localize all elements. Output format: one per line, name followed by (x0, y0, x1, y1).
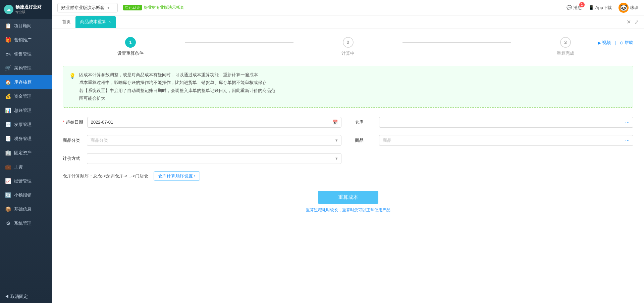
finance-icon: 💰 (5, 93, 11, 100)
sidebar-item-system[interactable]: ⚙ 系统管理 (0, 216, 52, 230)
sidebar-item-label: 基础信息 (14, 206, 32, 212)
warehouse-order-text: 仓库计算顺序：总仓->深圳仓库->...->门店仓 (63, 173, 148, 179)
form-row-3: 计价方式 ▾ (63, 153, 633, 164)
invoice-icon: 🧾 (5, 121, 11, 128)
goods-input[interactable]: 商品 ··· (379, 135, 634, 146)
start-date-group: 起始日期 2022-07-01 📅 (63, 117, 341, 128)
header-right: 💬 消息 1 📱 App下载 🐼 珠珠 (567, 3, 639, 13)
step-line-1 (185, 42, 293, 43)
info-line1: 因成本计算参数调整，或是对商品成本有疑问时，可以通过成本重算功能，重新计算一遍成… (79, 71, 275, 79)
sidebar-item-sales[interactable]: 🛍 销售管理 (0, 47, 52, 61)
expense-icon: 🔄 (5, 192, 11, 199)
sidebar-menu: 📋 项目顾问 🎁 营销推广 🛍 销售管理 🛒 采购管理 🏠 库存核算 💰 资金管… (0, 19, 52, 290)
sidebar-item-purchase[interactable]: 🛒 采购管理 (0, 61, 52, 75)
calendar-icon[interactable]: 📅 (332, 120, 338, 125)
verified-badge: 🛡 已认证 (123, 5, 142, 10)
sidebar-item-assets[interactable]: 🏢 固定资产 (0, 146, 52, 160)
sidebar-item-label: 总账管理 (14, 107, 32, 114)
help-icon: ⊙ (620, 40, 624, 45)
sidebar-item-expense[interactable]: 🔄 小畅报销 (0, 188, 52, 202)
step-helpers: ▶ 视频 | ⊙ 帮助 (598, 40, 633, 46)
recalc-section: 重算成本 重算过程耗时较长，重算时您可以正常使用产品 (63, 191, 633, 213)
sidebar-item-salary[interactable]: 💼 工资 (0, 160, 52, 174)
inventory-icon: 🏠 (5, 79, 11, 86)
video-label: 视频 (602, 40, 611, 46)
tax-icon: 📑 (5, 135, 11, 142)
app-edition: 专业版 (15, 10, 42, 14)
warehouse-order-settings-button[interactable]: 仓库计算顺序设置 › (154, 171, 200, 181)
user-menu[interactable]: 🐼 珠珠 (619, 3, 639, 13)
sidebar-item-operations[interactable]: 📈 经营管理 (0, 174, 52, 188)
warehouse-dots-icon[interactable]: ··· (625, 119, 630, 125)
main-area: 好业财专业版演示帐套 ▾ 🛡 已认证 好业财专业版演示帐套 💬 消息 1 📱 A… (52, 0, 644, 303)
sidebar-item-label: 工资 (14, 164, 23, 170)
header: 好业财专业版演示帐套 ▾ 🛡 已认证 好业财专业版演示帐套 💬 消息 1 📱 A… (52, 0, 644, 15)
assets-icon: 🏢 (5, 149, 11, 156)
video-helper[interactable]: ▶ 视频 (598, 40, 611, 46)
chevron-right-icon: › (194, 173, 196, 178)
sidebar-item-label: 经营管理 (14, 178, 32, 184)
sidebar-item-label: 库存核算 (14, 79, 32, 85)
tab-cost-recalc[interactable]: 商品成本重算 × (75, 16, 116, 28)
sidebar-item-tax[interactable]: 📑 税务管理 (0, 132, 52, 146)
messages-button[interactable]: 💬 消息 1 (567, 5, 582, 11)
tab-home[interactable]: 首页 (57, 16, 75, 28)
expand-icon[interactable]: ⤢ (634, 19, 639, 25)
sidebar-item-label: 采购管理 (14, 65, 32, 71)
project-icon: 📋 (5, 23, 11, 29)
tab-close-button[interactable]: × (108, 19, 111, 24)
sidebar-logo: ☁ 畅捷通好业财 专业版 (0, 0, 52, 19)
step-1: 1 设置重算条件 (76, 37, 185, 56)
goods-dots-icon[interactable]: ··· (625, 137, 630, 143)
category-label: 商品分类 (63, 137, 83, 143)
account-name: 好业财专业版演示帐套 (61, 5, 105, 11)
start-date-label: 起始日期 (63, 119, 83, 125)
sidebar: ☁ 畅捷通好业财 专业版 📋 项目顾问 🎁 营销推广 🛍 销售管理 🛒 采购管理… (0, 0, 52, 303)
pricing-select[interactable]: ▾ (87, 153, 341, 164)
sidebar-item-finance[interactable]: 💰 资金管理 (0, 89, 52, 103)
warehouse-input[interactable]: ··· (379, 117, 634, 128)
info-line4: 围可能会扩大 (79, 94, 275, 102)
info-icon: 💡 (69, 72, 76, 102)
step-2-circle: 2 (343, 37, 354, 48)
sidebar-item-marketing[interactable]: 🎁 营销推广 (0, 33, 52, 47)
recalc-note: 重算过程耗时较长，重算时您可以正常使用产品 (306, 207, 390, 213)
account-selector[interactable]: 好业财专业版演示帐套 ▾ (57, 3, 118, 12)
start-date-value: 2022-07-01 (91, 120, 113, 125)
goods-group: 商品 商品 ··· (355, 135, 634, 146)
verified-badge-area: 🛡 已认证 好业财专业版演示帐套 (123, 5, 184, 10)
recalc-btn-label: 重算成本 (338, 194, 358, 200)
info-line3: 若【系统设置】中启用了自动调整记账日期时，会调整入库单的整单记账日期，因此重新计… (79, 87, 275, 94)
recalc-button[interactable]: 重算成本 (318, 191, 378, 204)
category-select[interactable]: 商品分类 ▾ (87, 135, 341, 146)
sidebar-item-project[interactable]: 📋 项目顾问 (0, 19, 52, 33)
sales-icon: 🛍 (5, 51, 11, 57)
info-line2: 成本重算过程中，影响库存账的操作均不能操作，比如进货单、销货单、库存单据不能审核… (79, 79, 275, 86)
help-helper[interactable]: ⊙ 帮助 (620, 40, 633, 46)
app-icon: ☁ (4, 5, 13, 14)
user-name: 珠珠 (630, 5, 639, 11)
account-dropdown-arrow: ▾ (107, 5, 110, 10)
operations-icon: 📈 (5, 178, 11, 184)
sidebar-item-invoice[interactable]: 🧾 发票管理 (0, 118, 52, 132)
start-date-input[interactable]: 2022-07-01 📅 (87, 117, 341, 128)
sidebar-item-basic[interactable]: 📦 基础信息 (0, 202, 52, 216)
sidebar-unpin[interactable]: ◀ 取消固定 (0, 290, 52, 303)
message-icon: 💬 (567, 5, 572, 10)
sidebar-item-label: 发票管理 (14, 122, 32, 128)
steps-indicator: 1 设置重算条件 2 计算中 3 重算完成 (63, 37, 633, 56)
close-window-icon[interactable]: ✕ (627, 19, 631, 25)
step-1-circle: 1 (125, 37, 136, 48)
sidebar-item-accounting[interactable]: 📊 总账管理 (0, 103, 52, 118)
help-label: 帮助 (625, 40, 633, 46)
step-1-label: 设置重算条件 (117, 50, 144, 56)
warehouse-order-btn-label: 仓库计算顺序设置 (158, 173, 193, 179)
step-2-label: 计算中 (341, 50, 355, 56)
sidebar-item-label: 小畅报销 (14, 192, 32, 198)
sidebar-item-inventory[interactable]: 🏠 库存核算 (0, 75, 52, 89)
purchase-icon: 🛒 (5, 65, 11, 72)
step-3-label: 重算完成 (557, 50, 574, 56)
sidebar-item-label: 固定资产 (14, 150, 32, 156)
sidebar-item-label: 资金管理 (14, 93, 32, 99)
app-download-button[interactable]: 📱 App下载 (589, 5, 612, 11)
